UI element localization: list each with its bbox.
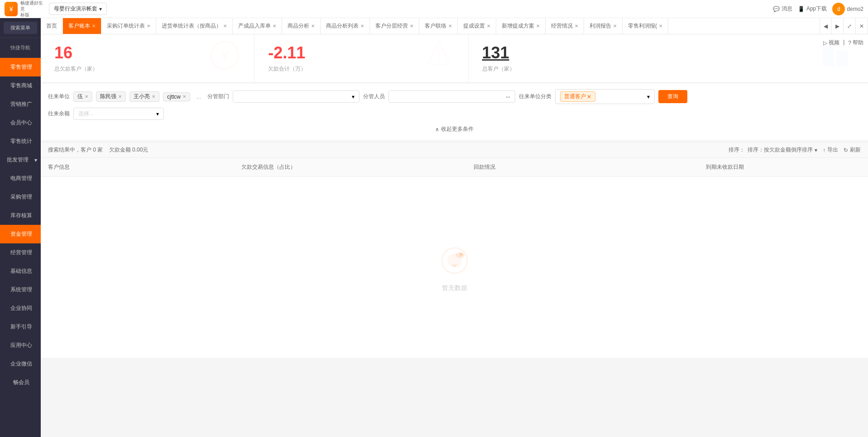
svg-point-10 (460, 253, 462, 256)
workspace-selector[interactable]: 母婴行业演示帐套 ▾ (49, 3, 107, 15)
sidebar-item-marketing[interactable]: 营销推广 (0, 95, 41, 114)
tab-close-new-promotion[interactable]: ✕ (536, 24, 540, 28)
tab-close-customer-contact[interactable]: ✕ (448, 24, 452, 28)
message-btn[interactable]: 💬 消息 (773, 5, 792, 13)
download-icon: 📱 (798, 6, 805, 12)
help-btn[interactable]: ? 帮助 (848, 39, 863, 47)
sidebar-item-enterprise[interactable]: 企业协同 (0, 299, 41, 318)
play-icon: ▷ (823, 40, 827, 46)
tab-close-profit-report[interactable]: ✕ (613, 24, 617, 28)
sidebar-item-ecommerce[interactable]: 电商管理 (0, 169, 41, 188)
tab-home[interactable]: 首页 (41, 18, 63, 34)
sidebar-item-wholesale[interactable]: 批发管理 ▾ (0, 151, 41, 169)
sidebar-search: 搜索菜单 (0, 18, 41, 38)
col-header-debt: 欠款交易信息（占比） (241, 163, 474, 171)
chevron-down-icon: ▾ (34, 157, 37, 163)
stat-total-clients: 131 总客户（家） ▷ 视频 (469, 34, 868, 82)
category-selector[interactable]: 普通客户 ✕ ▾ (555, 89, 655, 104)
search-menu-btn[interactable]: 搜索菜单 (4, 22, 37, 34)
balance-filter-label: 往来余额 (48, 110, 70, 118)
user-profile[interactable]: d demo2 (832, 3, 863, 15)
stat-total-debt: -2.11 欠款合计（万） (254, 34, 468, 82)
tab-goods-analysis[interactable]: 商品分析 ✕ (282, 18, 321, 34)
sidebar-item-retail[interactable]: 零售管理 (0, 58, 41, 76)
filter-tag-wu-close[interactable]: ✕ (85, 94, 88, 99)
sidebar-item-guide[interactable]: 新手引导 (0, 318, 41, 336)
selected-category-close[interactable]: ✕ (587, 94, 591, 100)
tab-close-promotion-settings[interactable]: ✕ (487, 24, 490, 28)
collapse-button[interactable]: ∧ 收起更多条件 (48, 124, 861, 135)
sidebar-item-apps[interactable]: 应用中心 (0, 336, 41, 355)
tab-new-promotion[interactable]: 新增提成方案 ✕ (496, 18, 546, 34)
sidebar-item-wechat[interactable]: 企业微信 (0, 355, 41, 373)
sort-selector[interactable]: 排序： 排序：按欠款金额倒序排序 ▾ (729, 146, 817, 154)
refresh-btn[interactable]: ↻ 刷新 (844, 146, 861, 154)
tab-close-retail-profit[interactable]: ✕ (659, 24, 662, 28)
export-btn[interactable]: ↑ 导出 (823, 146, 838, 154)
tab-prev-btn[interactable]: ◀ (820, 18, 832, 34)
empty-text: 暂无数据 (442, 284, 467, 292)
tab-expand-btn[interactable]: ⤢ (844, 18, 856, 34)
sidebar-item-retail-stats[interactable]: 零售统计 (0, 132, 41, 151)
tab-customer-segment[interactable]: 客户分层经营 ✕ (370, 18, 419, 34)
col-header-date: 到期未收款日期 (706, 163, 861, 171)
sort-dropdown-icon: ▾ (815, 147, 817, 153)
quick-nav-item[interactable]: 快捷导航 (0, 41, 41, 55)
balance-selector[interactable]: 选择... ▾ (73, 108, 164, 120)
tab-product-entry[interactable]: 产成品入库单 ✕ (233, 18, 282, 34)
tab-customer-account[interactable]: 客户账本 ✕ (63, 18, 101, 34)
sidebar-item-vip[interactable]: 畅会员 (0, 373, 41, 392)
logo-icon: ¥ (5, 2, 18, 16)
sidebar-item-system[interactable]: 系统管理 (0, 280, 41, 299)
tab-close-customer-account[interactable]: ✕ (92, 24, 96, 28)
filter-tag-cjttcw-close[interactable]: ✕ (182, 94, 186, 99)
filter-tag-chen-close[interactable]: ✕ (118, 94, 122, 99)
person-dropdown-icon: ··· (506, 94, 510, 100)
tab-close-product-entry[interactable]: ✕ (273, 24, 276, 28)
tab-close-goods-analysis[interactable]: ✕ (311, 24, 315, 28)
tab-close-goods-stats[interactable]: ✕ (223, 24, 227, 28)
help-icon: ? (848, 40, 851, 46)
tab-close-customer-segment[interactable]: ✕ (410, 24, 413, 28)
tab-retail-profit[interactable]: 零售利润报( ✕ (623, 18, 668, 34)
tab-goods-stats[interactable]: 进货单统计表（按商品） ✕ (156, 18, 233, 34)
tab-customer-contact[interactable]: 客户联络 ✕ (419, 18, 458, 34)
tab-close-all-btn[interactable]: ✕ (856, 18, 868, 34)
filter-tag-wang: 王小亮 ✕ (129, 91, 159, 102)
filter-row-2: 往来余额 选择... ▾ (48, 108, 861, 120)
stat-total-customers: 16 总欠款客户（家） ¥ (41, 34, 254, 82)
app-download-btn[interactable]: 📱 App下载 (798, 5, 827, 13)
results-info: 搜索结果中，客户 0 家 欠款金额 0.00元 (48, 146, 148, 154)
video-btn[interactable]: ▷ 视频 (823, 39, 839, 47)
tab-navigation: ◀ ▶ ⤢ ✕ (820, 18, 868, 34)
filter-tag-wang-close[interactable]: ✕ (152, 94, 155, 99)
tab-goods-analysis-list[interactable]: 商品分析列表 ✕ (321, 18, 370, 34)
col-header-repayment: 回款情况 (474, 163, 706, 171)
tab-promotion-settings[interactable]: 提成设置 ✕ (458, 18, 496, 34)
sidebar-item-operations[interactable]: 经营管理 (0, 243, 41, 262)
sidebar-item-purchase[interactable]: 采购管理 (0, 188, 41, 206)
dept-selector[interactable]: ▾ (233, 90, 360, 103)
person-selector[interactable]: ··· (388, 90, 515, 103)
sidebar-item-finance[interactable]: 资金管理 (0, 225, 41, 243)
unit-filter-label: 往来单位 (48, 93, 70, 100)
sidebar-item-member[interactable]: 会员中心 (0, 114, 41, 132)
filter-more-tags[interactable]: ... (194, 93, 204, 101)
avatar: d (832, 3, 845, 15)
sidebar-item-retail-mall[interactable]: 零售商城 (0, 76, 41, 95)
query-button[interactable]: 查询 (658, 90, 687, 103)
tab-close-purchase-order[interactable]: ✕ (147, 24, 150, 28)
sidebar-item-inventory[interactable]: 库存核算 (0, 206, 41, 225)
filter-tag-cjttcw: cjttcw ✕ (163, 92, 190, 101)
tab-close-operations-status[interactable]: ✕ (575, 24, 578, 28)
logo-area: ¥ 畅捷通好生意 标版 (5, 0, 45, 18)
tab-close-goods-analysis-list[interactable]: ✕ (360, 24, 364, 28)
table-body: 暂无数据 (41, 177, 868, 358)
sidebar-item-basic[interactable]: 基础信息 (0, 262, 41, 280)
tab-profit-report[interactable]: 利润报告 ✕ (584, 18, 623, 34)
tab-operations-status[interactable]: 经营情况 ✕ (546, 18, 584, 34)
tab-purchase-order[interactable]: 采购订单统计表 ✕ (101, 18, 156, 34)
sidebar: 搜索菜单 快捷导航 零售管理 零售商城 营销推广 会员中心 零售统计 批发管理 … (0, 18, 41, 437)
balance-dropdown-icon: ▾ (156, 111, 159, 117)
tab-next-btn[interactable]: ▶ (832, 18, 844, 34)
